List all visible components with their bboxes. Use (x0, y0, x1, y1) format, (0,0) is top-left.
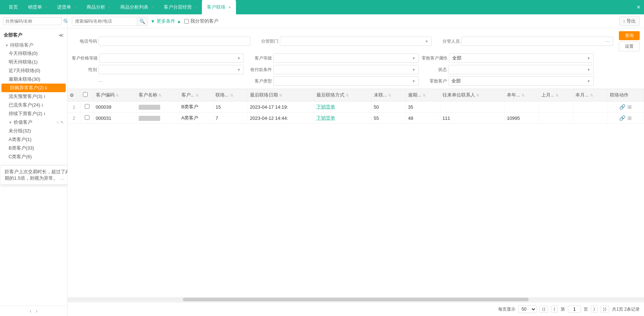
row-overdue-2: 48 (406, 113, 440, 124)
row-checkbox-1[interactable] (80, 102, 93, 113)
sidebar-item-declining[interactable]: 持续下滑客户(2) ℹ (0, 109, 67, 118)
nav-customer-contact[interactable]: 客户联络 × (202, 0, 236, 14)
scroll-thumb[interactable] (183, 298, 529, 301)
status-arrow: ▼ (587, 68, 590, 72)
customer-type-select[interactable]: ▼ (273, 76, 419, 86)
sidebar-item-lost-actual[interactable]: 已流失客户(24) ℹ (0, 101, 67, 109)
my-customer-checkbox[interactable] (184, 19, 189, 24)
customer-level-select[interactable]: ▼ (273, 53, 419, 63)
sidebar-search-icon[interactable]: 🔍 (63, 19, 68, 24)
sidebar-item-abnormal[interactable]: 回购异常客户(2) ℹ (1, 84, 66, 92)
tooltip-more[interactable]: ... (60, 175, 64, 181)
value-customer-settings-icon[interactable]: ✎ (60, 120, 64, 125)
action-link-icon-1[interactable]: 🔗 (619, 104, 625, 110)
th-settings[interactable]: ⚙ (68, 89, 80, 102)
sidebar-item-c-class[interactable]: C类客户(6) (0, 152, 67, 161)
th-this-year[interactable]: 本年... ⇅ (505, 89, 539, 102)
export-button[interactable]: ↑ 导出 (619, 16, 640, 26)
window-close-button[interactable]: × (636, 4, 640, 11)
sidebar-value-customer-header[interactable]: ▼ 价值客户 ○ ✎ (0, 118, 67, 127)
last-page-button[interactable]: ⟩⟩ (601, 306, 609, 313)
nav-sales-close[interactable]: × (45, 0, 47, 14)
value-customer-edit-icon[interactable]: ○ (56, 120, 59, 124)
action-link-icon-2[interactable]: 🔗 (619, 115, 625, 121)
row-2-checkbox[interactable] (85, 115, 89, 120)
more-conditions-button[interactable]: ▼ 更多条件 ▲ (150, 18, 181, 24)
my-customer-label: 我分管的客户 (190, 18, 218, 24)
current-page-input[interactable] (568, 306, 581, 313)
query-button[interactable]: 查询 (619, 31, 640, 40)
sidebar-search-input[interactable] (3, 17, 62, 25)
person-dots[interactable]: ··· (606, 38, 610, 44)
th-overdue[interactable]: 逾期... ⇅ (406, 89, 440, 102)
sidebar-item-lost-warning[interactable]: 流失预警客户(3) ℹ (0, 92, 67, 101)
nav-customer-contact-close[interactable]: × (228, 0, 231, 14)
horizontal-scrollbar[interactable] (68, 298, 644, 301)
sidebar-item-a-class[interactable]: A类客户(1) (0, 135, 67, 144)
th-type[interactable]: 客户... ⇅ (179, 89, 213, 102)
person-select[interactable]: ··· (461, 37, 613, 46)
more-filter-dots[interactable]: ··· (98, 78, 103, 84)
status-select[interactable]: ▼ (448, 65, 594, 74)
th-not-contact[interactable]: 未联... ⇅ (371, 89, 406, 102)
action-icons-1: 🔗 ⊞ (610, 104, 641, 110)
prev-page-button[interactable]: ⟨ (551, 306, 558, 313)
th-code[interactable]: 客户编码 ⇅ (93, 89, 136, 102)
row-last-method-2[interactable]: 下销货单 (314, 113, 371, 124)
filter-search-input[interactable] (72, 17, 137, 25)
sidebar-follow-up-label: 待联络客户 (10, 42, 33, 48)
dept-select[interactable]: ▼ (280, 37, 432, 46)
next-page-button[interactable]: ⟩ (591, 306, 598, 313)
phone-input[interactable] (98, 37, 250, 46)
retail-attr-select[interactable]: 全部 ▼ (449, 53, 594, 63)
th-name[interactable]: 客户名称 ⇅ (136, 89, 179, 102)
row-last-method-1[interactable]: 下销货单 (314, 102, 371, 113)
per-page-select[interactable]: 50 20 100 (518, 305, 537, 313)
filter-search-icon[interactable]: 🔍 (137, 17, 147, 25)
sidebar-item-overdue[interactable]: 逾期未联络(30) (0, 75, 67, 84)
sidebar-item-b-class[interactable]: B类客户(33) (0, 144, 67, 152)
action-more-icon-2[interactable]: ⊞ (627, 115, 632, 121)
sidebar-item-7days[interactable]: 近7天待联络(0) (0, 66, 67, 75)
sidebar-collapse-icon[interactable]: ≪ (59, 33, 64, 38)
sidebar-follow-up-section[interactable]: ▼ 待联络客户 (0, 41, 67, 49)
nav-product-list-close[interactable]: × (151, 0, 153, 14)
th-last-date[interactable]: 最后联络日期 ⇅ (247, 89, 314, 102)
th-this-month[interactable]: 本月... ⇅ (573, 89, 608, 102)
first-page-button[interactable]: ⟨⟨ (539, 306, 548, 313)
row-this-month-1 (573, 102, 608, 113)
nav-home[interactable]: 首页 (4, 0, 23, 14)
nav-customer-mgmt[interactable]: 客户分层经营 × (159, 0, 202, 14)
nav-product-analysis-close[interactable]: × (108, 0, 110, 14)
sidebar-item-ungrouped[interactable]: 未分组(32) (0, 127, 67, 135)
sidebar-nav-right[interactable]: › (34, 307, 39, 315)
th-last-month[interactable]: 上月... ⇅ (539, 89, 573, 102)
nav-product-list[interactable]: 商品分析列表 × (115, 0, 158, 14)
th-contact-count[interactable]: 联络... ⇅ (213, 89, 248, 102)
nav-purchase[interactable]: 进货单 × (52, 0, 81, 14)
row-1-checkbox[interactable] (85, 104, 89, 109)
th-partner-contact[interactable]: 往来单位联系人 ⇅ (440, 89, 505, 102)
nav-purchase-close[interactable]: × (74, 0, 76, 14)
payment-select[interactable]: ▼ (273, 65, 419, 74)
nav-sales[interactable]: 销货单 × (23, 0, 52, 14)
action-more-icon-1[interactable]: ⊞ (627, 104, 632, 110)
gender-select[interactable]: ▼ (98, 65, 244, 74)
th-last-method[interactable]: 最后联络方式 ⇅ (314, 89, 371, 102)
sidebar-all-customers-header: 全部客户 ≪ (0, 30, 67, 41)
sidebar-item-today[interactable]: 今天待联络(0) (0, 49, 67, 58)
table-settings-icon[interactable]: ⚙ (70, 93, 74, 98)
row-checkbox-2[interactable] (80, 113, 93, 124)
nav-product-analysis[interactable]: 商品分析 × (82, 0, 115, 14)
row-code-1: 000039 (93, 102, 136, 113)
sidebar-nav-left[interactable]: ‹ (28, 307, 33, 315)
nav-customer-mgmt-close[interactable]: × (195, 0, 197, 14)
sidebar-item-tomorrow[interactable]: 明天待联络(1) (0, 58, 67, 66)
setting-button[interactable]: 设置 (619, 42, 640, 51)
per-page-label: 每页显示 (498, 306, 515, 312)
price-level-select[interactable]: ▼ (99, 53, 244, 63)
retail-customer-value: 全部 (451, 78, 461, 84)
col-name-label: 客户名称 (139, 92, 157, 98)
select-all-checkbox[interactable] (83, 92, 88, 97)
retail-customer-select[interactable]: 全部 ▼ (448, 76, 594, 86)
